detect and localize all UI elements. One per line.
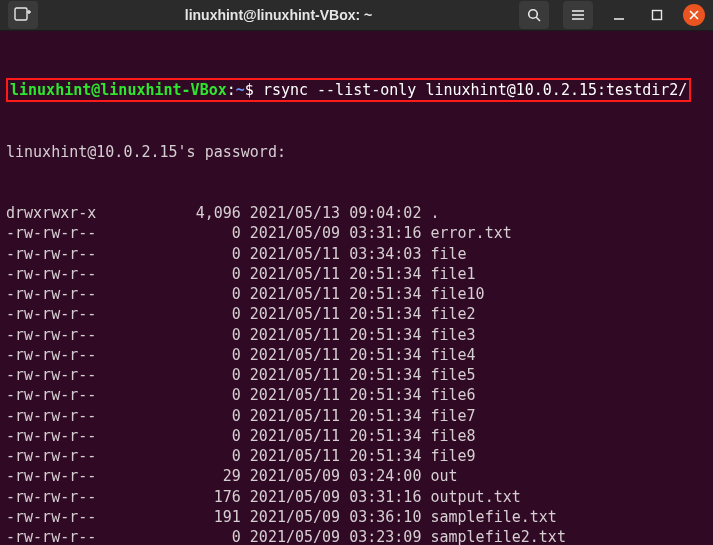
svg-rect-9 — [653, 11, 662, 20]
hamburger-menu-icon — [570, 7, 586, 23]
password-prompt: linuxhint@10.0.2.15's password: — [6, 142, 707, 162]
svg-line-4 — [536, 17, 540, 21]
close-button[interactable] — [683, 4, 705, 26]
listing-row: -rw-rw-r-- 191 2021/05/09 03:36:10 sampl… — [6, 507, 707, 527]
maximize-button[interactable] — [645, 3, 669, 27]
window-title: linuxhint@linuxhint-VBox: ~ — [46, 7, 511, 23]
prompt-host: linuxhint-VBox — [100, 81, 226, 99]
new-tab-icon — [14, 7, 32, 23]
listing-row: -rw-rw-r-- 0 2021/05/11 20:51:34 file5 — [6, 365, 707, 385]
listing-row: -rw-rw-r-- 0 2021/05/11 20:51:34 file4 — [6, 345, 707, 365]
listing-row: -rw-rw-r-- 0 2021/05/09 03:31:16 error.t… — [6, 223, 707, 243]
close-icon — [689, 10, 699, 20]
command-text: rsync --list-only linuxhint@10.0.2.15:te… — [263, 81, 687, 99]
terminal-body[interactable]: linuxhint@linuxhint-VBox:~$ rsync --list… — [0, 31, 713, 545]
listing-row: -rw-rw-r-- 0 2021/05/11 20:51:34 file6 — [6, 385, 707, 405]
new-tab-button[interactable] — [8, 1, 38, 29]
listing-row: -rw-rw-r-- 0 2021/05/11 20:51:34 file2 — [6, 304, 707, 324]
search-button[interactable] — [519, 1, 549, 29]
prompt-user: linuxhint — [10, 81, 91, 99]
listing-row: -rw-rw-r-- 0 2021/05/11 20:51:34 file7 — [6, 406, 707, 426]
titlebar: linuxhint@linuxhint-VBox: ~ — [0, 0, 713, 31]
maximize-icon — [651, 9, 663, 21]
minimize-icon — [613, 9, 625, 21]
listing-row: -rw-rw-r-- 0 2021/05/11 20:51:34 file10 — [6, 284, 707, 304]
svg-point-3 — [529, 10, 538, 19]
command-highlight: linuxhint@linuxhint-VBox:~$ rsync --list… — [6, 78, 691, 102]
listing-row: -rw-rw-r-- 176 2021/05/09 03:31:16 outpu… — [6, 487, 707, 507]
listing-row: -rw-rw-r-- 0 2021/05/11 20:51:34 file3 — [6, 325, 707, 345]
prompt-path: ~ — [236, 81, 245, 99]
terminal-window: linuxhint@linuxhint-VBox: ~ — [0, 0, 713, 545]
svg-rect-0 — [15, 8, 27, 20]
search-icon — [526, 7, 542, 23]
listing-row: -rw-rw-r-- 0 2021/05/11 20:51:34 file9 — [6, 446, 707, 466]
menu-button[interactable] — [563, 1, 593, 29]
listing-row: -rw-rw-r-- 0 2021/05/09 03:23:09 samplef… — [6, 527, 707, 545]
minimize-button[interactable] — [607, 3, 631, 27]
listing-row: -rw-rw-r-- 0 2021/05/11 20:51:34 file8 — [6, 426, 707, 446]
listing-row: -rw-rw-r-- 0 2021/05/11 20:51:34 file1 — [6, 264, 707, 284]
listing-row: drwxrwxr-x 4,096 2021/05/13 09:04:02 . — [6, 203, 707, 223]
listing-row: -rw-rw-r-- 29 2021/05/09 03:24:00 out — [6, 466, 707, 486]
listing-row: -rw-rw-r-- 0 2021/05/11 03:34:03 file — [6, 244, 707, 264]
prompt-line-1: linuxhint@linuxhint-VBox:~$ rsync --list… — [6, 78, 707, 102]
